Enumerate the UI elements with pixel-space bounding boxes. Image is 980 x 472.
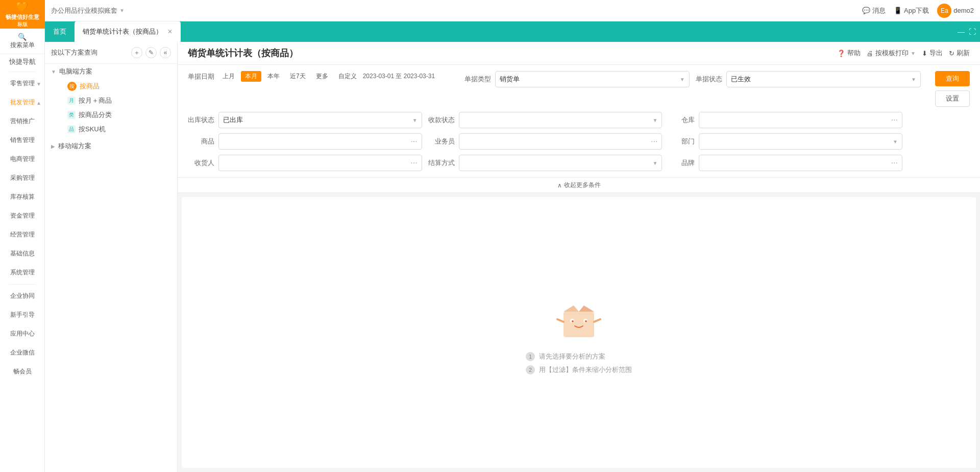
marketing-label: 营销推广 bbox=[0, 117, 44, 126]
product-label: 商品 bbox=[188, 137, 214, 146]
tab-sales-label: 销货单统计计表（按商品） bbox=[83, 27, 162, 36]
industry-selector[interactable]: 办公用品行业模拟账套 ▼ bbox=[51, 6, 125, 15]
collapse-panel-btn[interactable]: « bbox=[160, 47, 171, 58]
ecommerce-label: 电商管理 bbox=[0, 155, 44, 163]
month-scheme-icon: 月 bbox=[67, 97, 76, 105]
expand-icon: ▼ bbox=[51, 69, 56, 75]
collapse-up-icon: ∧ bbox=[557, 182, 562, 189]
svg-rect-0 bbox=[564, 312, 594, 337]
edit-scheme-btn[interactable]: ✎ bbox=[145, 47, 157, 58]
sidebar-item-sales[interactable]: 销售管理 bbox=[0, 131, 44, 150]
dept-control[interactable]: ▼ bbox=[699, 133, 902, 150]
tree-item-by-product[interactable]: 按 按商品 bbox=[53, 79, 177, 93]
mobile-expand-icon: ▶ bbox=[51, 144, 55, 149]
user-profile[interactable]: Ea demo2 bbox=[937, 4, 974, 18]
date-tab-7days[interactable]: 近7天 bbox=[286, 71, 310, 82]
tab-minimize-icon[interactable]: — bbox=[958, 28, 965, 36]
topbar-right: 💬 消息 📱 App下载 Ea demo2 bbox=[862, 4, 974, 18]
download-app-btn[interactable]: 📱 App下载 bbox=[894, 6, 929, 15]
sidebar-item-wechat[interactable]: 企业微信 bbox=[0, 343, 44, 362]
date-tab-this-year[interactable]: 本年 bbox=[263, 71, 284, 82]
by-category-label: 按商品分类 bbox=[79, 110, 112, 120]
svg-line-5 bbox=[557, 319, 564, 322]
settings-btn[interactable]: 设置 bbox=[935, 90, 970, 107]
sidebar-item-guide[interactable]: 新手引导 bbox=[0, 305, 44, 324]
tab-sales-stats[interactable]: 销货单统计计表（按商品） ✕ bbox=[75, 21, 181, 42]
enterprise-label: 企业协同 bbox=[0, 292, 44, 300]
tab-home-label: 首页 bbox=[53, 27, 66, 36]
date-tab-last-month[interactable]: 上月 bbox=[218, 71, 239, 82]
sidebar-item-purchase[interactable]: 采购管理 bbox=[0, 169, 44, 187]
staff-control[interactable]: ··· bbox=[459, 133, 663, 150]
settle-arrow: ▼ bbox=[652, 160, 657, 166]
tab-close-icon[interactable]: ✕ bbox=[167, 28, 173, 35]
logo-sub: 标版 bbox=[17, 21, 28, 28]
tree-mobile-section[interactable]: ▶ 移动端方案 bbox=[45, 138, 177, 154]
sidebar-item-apps[interactable]: 应用中心 bbox=[0, 324, 44, 343]
sidebar-item-basic[interactable]: 基础信息 bbox=[0, 244, 44, 263]
storage-dots: ··· bbox=[891, 115, 898, 125]
filter-area: 单据日期 上月 本月 本年 近7天 更多 自定义 2023-03-01 至 20… bbox=[178, 65, 980, 178]
brand-control[interactable]: ··· bbox=[699, 155, 902, 171]
messages-label: 消息 bbox=[872, 6, 886, 15]
collapse-bar[interactable]: ∧ 收起更多条件 bbox=[178, 178, 980, 193]
search-label: 搜索菜单 bbox=[0, 41, 44, 50]
product-control[interactable]: ··· bbox=[218, 133, 422, 150]
doc-status-control[interactable]: 已生效 ▼ bbox=[726, 71, 921, 87]
payment-control[interactable]: ▼ bbox=[459, 112, 663, 128]
sidebar-item-stock[interactable]: 库存核算 bbox=[0, 187, 44, 206]
divider1 bbox=[9, 72, 35, 72]
staff-dots: ··· bbox=[651, 137, 657, 146]
username: demo2 bbox=[953, 7, 974, 14]
settle-control[interactable]: ▼ bbox=[459, 155, 663, 171]
sidebar-item-enterprise[interactable]: 企业协同 bbox=[0, 287, 44, 305]
sidebar-item-quick-nav[interactable]: 快捷导航 bbox=[3, 54, 42, 69]
help-icon: ❓ bbox=[837, 50, 845, 57]
date-tab-this-month[interactable]: 本月 bbox=[241, 71, 261, 82]
storage-control[interactable]: ··· bbox=[699, 112, 902, 128]
tree-item-by-month-product[interactable]: 月 按月＋商品 bbox=[53, 93, 177, 108]
tree-item-by-sku[interactable]: 品 按SKU机 bbox=[53, 122, 177, 136]
date-tab-custom[interactable]: 自定义 bbox=[334, 71, 361, 82]
sidebar-item-ecommerce[interactable]: 电商管理 bbox=[0, 150, 44, 169]
export-btn[interactable]: ⬇ 导出 bbox=[922, 49, 943, 58]
sidebar-item-retail[interactable]: 零售管理 ▼ bbox=[0, 74, 44, 93]
add-scheme-btn[interactable]: ＋ bbox=[131, 47, 142, 58]
receiver-control[interactable]: ··· bbox=[218, 155, 422, 171]
help-btn[interactable]: ❓ 帮助 bbox=[837, 49, 861, 58]
sidebar-item-member[interactable]: 畅会员 bbox=[0, 362, 44, 381]
stock-label: 库存核算 bbox=[0, 193, 44, 201]
date-tab-more[interactable]: 更多 bbox=[312, 71, 332, 82]
search-menu[interactable]: 🔍 搜索菜单 bbox=[0, 29, 44, 54]
receiver-dots: ··· bbox=[410, 158, 417, 168]
warehouse-value: 已出库 bbox=[223, 115, 412, 125]
doc-type-value: 销货单 bbox=[500, 75, 680, 84]
tree-item-by-category[interactable]: 类 按商品分类 bbox=[53, 108, 177, 122]
page-header-top: 销货单统计计表（按商品） ❓ 帮助 🖨 按模板打印 ▼ ⬇ bbox=[188, 47, 970, 59]
sku-scheme-icon: 品 bbox=[67, 125, 76, 133]
sidebar-item-system[interactable]: 系统管理 bbox=[0, 263, 44, 282]
messages-btn[interactable]: 💬 消息 bbox=[862, 6, 886, 15]
page-header-actions: ❓ 帮助 🖨 按模板打印 ▼ ⬇ 导出 ↻ bbox=[837, 49, 970, 58]
doc-type-label: 单据类型 bbox=[464, 75, 491, 84]
tree-pc-section[interactable]: ▼ 电脑端方案 bbox=[45, 64, 177, 79]
refresh-btn[interactable]: ↻ 刷新 bbox=[949, 49, 970, 58]
avatar: Ea bbox=[937, 4, 951, 18]
warehouse-control[interactable]: 已出库 ▼ bbox=[218, 112, 422, 128]
logo-icon: 🧡 bbox=[16, 1, 29, 13]
tab-home[interactable]: 首页 bbox=[45, 21, 75, 42]
sidebar-item-finance[interactable]: 资金管理 bbox=[0, 206, 44, 225]
page-header: 销货单统计计表（按商品） ❓ 帮助 🖨 按模板打印 ▼ ⬇ bbox=[178, 42, 980, 65]
doc-type-control[interactable]: 销货单 ▼ bbox=[495, 71, 690, 87]
sidebar-item-operations[interactable]: 经营管理 bbox=[0, 225, 44, 244]
main-area: 办公用品行业模拟账套 ▼ 💬 消息 📱 App下载 Ea demo2 首页 销货… bbox=[45, 0, 980, 472]
print-btn[interactable]: 🖨 按模板打印 ▼ bbox=[867, 49, 916, 58]
query-btn[interactable]: 查询 bbox=[935, 71, 970, 86]
sidebar-item-marketing[interactable]: 营销推广 bbox=[0, 112, 44, 131]
sidebar-item-wholesale[interactable]: 批发管理 ▲ bbox=[0, 93, 44, 112]
content-area: 按以下方案查询 ＋ ✎ « ▼ 电脑端方案 按 按商品 月 按月＋ bbox=[45, 42, 980, 472]
tab-expand-icon[interactable]: ⛶ bbox=[969, 28, 976, 36]
product-dots: ··· bbox=[410, 137, 417, 146]
wholesale-arrow: ▲ bbox=[36, 100, 41, 105]
payment-arrow: ▼ bbox=[652, 117, 657, 123]
